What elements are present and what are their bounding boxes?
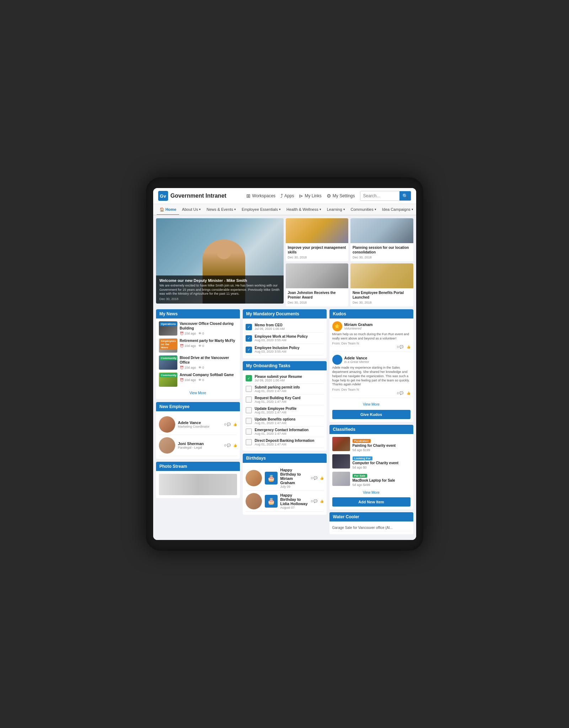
apps-nav[interactable]: ⤴ Apps <box>280 193 294 199</box>
task-item-7[interactable]: Direct Deposit Banking Information Aug 0… <box>246 437 324 448</box>
doc-item-2[interactable]: ✓ Employee Work at Home Policy Aug 03, 2… <box>246 333 324 344</box>
doc-check-3: ✓ <box>246 347 252 353</box>
hero-card-body-1: Improve your project management skills D… <box>286 243 349 261</box>
task-date-1: Jul 09, 2020 1:00 AM <box>255 379 302 382</box>
nav-item-learning[interactable]: Learning ▾ <box>324 204 348 215</box>
task-item-2[interactable]: Submit parking permit info Aug 01, 2020 … <box>246 384 324 395</box>
classifieds-body: Fundraiser Painting for Charity event 5d… <box>329 434 413 509</box>
birthday-actions-1: 0 💬 👍 <box>311 476 324 480</box>
home-icon: 🏠 <box>160 207 165 212</box>
news-item-3[interactable]: Community Blood Drive at the Vancouver O… <box>159 355 237 370</box>
doc-date-2: Aug 03, 2020 3:55 AM <box>255 338 308 342</box>
idea-caret-icon: ▾ <box>412 208 413 211</box>
nav-item-employee[interactable]: Employee Essentials ▾ <box>239 204 284 215</box>
hero-card-4[interactable]: New Employee Benefits Portal Launched De… <box>350 263 413 306</box>
employee-actions-2: 0 💬 👍 <box>224 444 237 447</box>
bday-comment-icon-1: 0 💬 <box>311 476 318 480</box>
emp-like-icon-1: 👍 <box>233 423 237 426</box>
hero-card-3[interactable]: Joan Johnston Receives the Premier Award… <box>286 263 349 306</box>
task-item-3[interactable]: Request Building Key Card Aug 01, 2020 1… <box>246 395 324 405</box>
classified-info-3: For Sale MacBook Laptop for Sale 5d ago … <box>353 472 410 487</box>
water-cooler-header: Water Cooler <box>329 512 413 521</box>
my-news-body: Operations Vancouver Office Closed durin… <box>156 318 240 399</box>
settings-nav[interactable]: ⚙ My Settings <box>327 193 355 199</box>
nav-item-communities[interactable]: Communities ▾ <box>348 204 379 215</box>
hero-date: Dec 30, 2018 <box>160 297 280 301</box>
task-name-1: Please submit your Resume <box>255 375 302 379</box>
column-3: Kudos ⭐ Miriam Graham Volunteered <box>329 309 413 537</box>
nav-item-health[interactable]: Health & Wellness ▾ <box>284 204 324 215</box>
kudos-comment-icon-1: 0 💬 <box>397 345 404 349</box>
classified-price-2: $0 <box>363 466 367 469</box>
give-kudos-button[interactable]: Give Kudos <box>332 410 410 419</box>
doc-date-3: Aug 03, 2020 3:55 AM <box>255 350 300 353</box>
mylinks-nav[interactable]: ⊳ My Links <box>299 193 321 199</box>
task-name-3: Request Building Key Card <box>255 396 301 400</box>
photo-stream-header: Photo Stream <box>156 462 240 471</box>
news-item-1[interactable]: Operations Vancouver Office Closed durin… <box>159 321 237 336</box>
birthdays-body: 🎂 Happy Birthday to Miriam Graham July 0… <box>243 463 327 515</box>
nav-item-news[interactable]: News & Events ▾ <box>204 204 239 215</box>
task-item-5[interactable]: Update Benefits options Aug 01, 2020 1:4… <box>246 416 324 427</box>
bday-comment-icon-2: 0 💬 <box>311 499 318 503</box>
water-cooler-preview[interactable]: Garage Sale for Vancouver office (Al... <box>332 524 410 531</box>
hero-card-body-4: New Employee Benefits Portal Launched De… <box>350 288 413 306</box>
task-item-6[interactable]: Emergency Contact Information Aug 01, 20… <box>246 427 324 437</box>
doc-item-1[interactable]: ✓ Memo from CEO Jul 09, 2020 1:00 AM <box>246 321 324 333</box>
search-button[interactable]: 🔍 <box>399 191 411 200</box>
workspaces-icon: ⊞ <box>246 193 251 199</box>
add-new-button[interactable]: Add New Item <box>332 497 410 507</box>
hero-card-img-2 <box>350 218 413 243</box>
kudos-card: Kudos ⭐ Miriam Graham Volunteered <box>329 309 413 422</box>
news-tag-3: Community <box>160 356 177 360</box>
hero-card-date-3: Dec 30, 2018 <box>288 301 347 304</box>
three-col-layout: My News Operations Vancouver Office Clos… <box>156 309 413 537</box>
classified-item-2[interactable]: Looking For Computer for Charity event 5… <box>332 454 410 469</box>
classified-meta-2: 5d ago $0 <box>353 466 410 469</box>
classified-price-1: $199 <box>363 448 370 452</box>
hero-card-1[interactable]: Improve your project management skills D… <box>286 218 349 261</box>
classified-item-1[interactable]: Fundraiser Painting for Charity event 5d… <box>332 437 410 452</box>
doc-check-1: ✓ <box>246 324 252 330</box>
nav-item-about[interactable]: About Us ▾ <box>179 204 204 215</box>
kudos-name-block-1: Miriam Graham Volunteered <box>344 322 373 330</box>
kudos-item-1: ⭐ Miriam Graham Volunteered Miriam help … <box>332 321 410 352</box>
birthday-photo-2 <box>246 493 262 509</box>
nav-item-idea[interactable]: Idea Campaigns ▾ <box>379 204 416 215</box>
employee-item-2[interactable]: Joni Sherman Paralegal - Legal 0 💬 👍 <box>159 435 237 456</box>
workspaces-nav[interactable]: ⊞ Workspaces <box>246 193 275 199</box>
task-item-1[interactable]: ✓ Please submit your Resume Jul 09, 2020… <box>246 373 324 384</box>
nav-item-home[interactable]: 🏠 Home <box>157 204 179 215</box>
classified-price-3: $499 <box>363 483 370 487</box>
news-view-more[interactable]: View More <box>159 390 237 396</box>
classified-item-3[interactable]: For Sale MacBook Laptop for Sale 5d ago … <box>332 472 410 487</box>
site-title: Government Intranet <box>171 193 226 199</box>
employee-item-1[interactable]: Adele Vance Marketing Coordinator 0 💬 👍 <box>159 414 237 435</box>
birthday-info-1: Happy Birthday to Miriam Graham July 09 <box>280 468 308 488</box>
header: Gv Government Intranet ⊞ Workspaces ⤴ Ap… <box>153 188 416 204</box>
hero-main[interactable]: Welcome our new Deputy Minister - Mike S… <box>156 218 284 304</box>
main-content: Welcome our new Deputy Minister - Mike S… <box>153 215 416 540</box>
hero-card-img-3 <box>286 263 349 288</box>
emp-like-icon-2: 👍 <box>233 444 237 447</box>
hero-card-2[interactable]: Planning session for our location consol… <box>350 218 413 261</box>
classified-tag-3: For Sale <box>353 474 367 478</box>
kudos-view-more[interactable]: View More <box>332 401 410 408</box>
task-check-1: ✓ <box>246 375 252 381</box>
birthday-item-1[interactable]: 🎂 Happy Birthday to Miriam Graham July 0… <box>246 466 324 491</box>
water-cooler-card: Water Cooler Garage Sale for Vancouver o… <box>329 512 413 534</box>
mandatory-docs-card: My Mandatory Documents ✓ Memo from CEO J… <box>243 309 327 358</box>
search-input[interactable] <box>360 191 399 200</box>
news-views-2: 👁 0 <box>198 344 204 348</box>
task-item-4[interactable]: Update Employee Profile Aug 01, 2020 1:4… <box>246 405 324 416</box>
doc-item-3[interactable]: ✓ Employee Inclusion Policy Aug 03, 2020… <box>246 344 324 355</box>
logo-block[interactable]: Gv Government Intranet <box>158 191 226 201</box>
birthday-item-2[interactable]: 🎂 Happy Birthday to Lidia Holloway Augus… <box>246 491 324 512</box>
classifieds-view-more[interactable]: View More <box>332 489 410 496</box>
hero-section: Welcome our new Deputy Minister - Mike S… <box>156 218 413 306</box>
news-item-4[interactable]: Community Annual Company Softball Game ⏰… <box>159 373 237 387</box>
hero-card-title-1: Improve your project management skills <box>288 245 347 255</box>
news-item-2[interactable]: Employees on the Move Retirement party f… <box>159 338 237 353</box>
task-date-3: Aug 01, 2020 1:47 AM <box>255 400 301 403</box>
photo-stream-body <box>156 471 240 498</box>
